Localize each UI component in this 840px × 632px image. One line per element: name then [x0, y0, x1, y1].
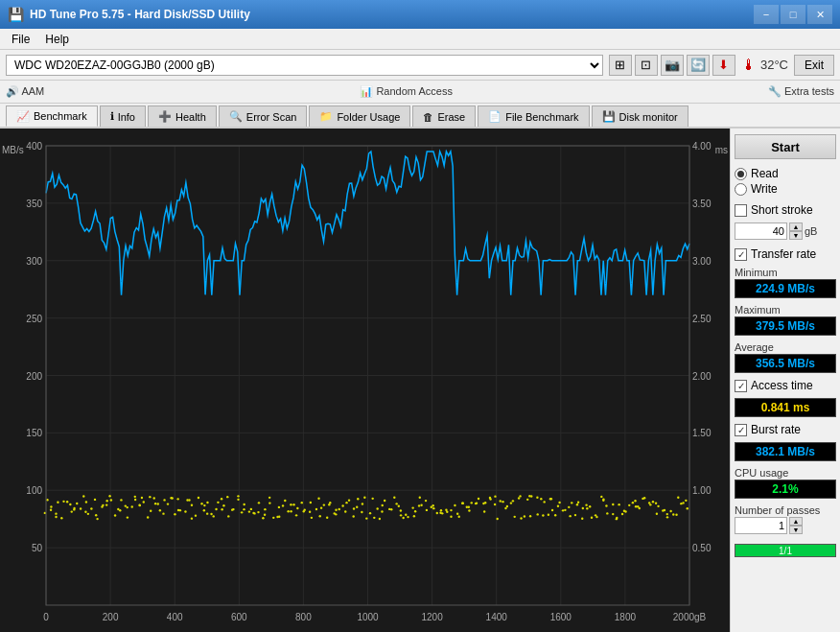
short-stroke-label: Short stroke	[751, 203, 813, 217]
maximum-section: Maximum 379.5 MB/s	[735, 304, 836, 336]
cpu-usage-section: CPU usage 2.1%	[735, 467, 836, 499]
file-benchmark-icon: 📄	[488, 110, 502, 123]
num-passes-up[interactable]: ▲	[789, 517, 803, 526]
burst-rate-section: 382.1 MB/s	[735, 442, 836, 461]
short-stroke-arrows: ▲ ▼	[789, 222, 803, 240]
read-radio-item[interactable]: Read	[735, 167, 836, 180]
tab-erase[interactable]: 🗑 Erase	[412, 105, 476, 127]
write-label: Write	[751, 182, 778, 196]
tab-error-scan[interactable]: 🔍 Error Scan	[219, 105, 308, 127]
error-scan-icon: 🔍	[229, 110, 243, 123]
title-icon: 💾	[8, 7, 24, 22]
transfer-rate-checkbox[interactable]: ✓	[735, 248, 747, 261]
exit-button[interactable]: Exit	[794, 55, 834, 76]
erase-icon: 🗑	[423, 111, 433, 123]
tab-health[interactable]: ➕ Health	[148, 105, 217, 127]
tab-aam[interactable]: 🔊 AAM	[6, 85, 44, 98]
toolbar-icons: ⊞ ⊡ 📷 🔄 ⬇	[609, 55, 735, 76]
tab-extra-tests[interactable]: 🔧 Extra tests	[768, 85, 834, 98]
drive-selector[interactable]: WDC WD20EZAZ-00GGJB0 (2000 gB)	[6, 55, 603, 76]
benchmark-canvas	[0, 129, 730, 632]
minimum-label: Minimum	[735, 267, 836, 278]
icon-btn-4[interactable]: 🔄	[687, 55, 710, 76]
burst-rate-checkbox-item[interactable]: ✓ Burst rate	[735, 423, 836, 436]
disk-monitor-icon: 💾	[602, 110, 616, 123]
tab-random-access[interactable]: 📊 Random Access	[360, 85, 453, 98]
tab-disk-monitor[interactable]: 💾 Disk monitor	[592, 105, 688, 127]
short-stroke-down[interactable]: ▼	[789, 231, 803, 240]
average-value: 356.5 MB/s	[735, 354, 836, 373]
icon-btn-5[interactable]: ⬇	[712, 55, 735, 76]
average-label: Average	[735, 341, 836, 353]
cpu-usage-value: 2.1%	[735, 480, 836, 499]
tab-info[interactable]: ℹ Info	[100, 105, 146, 127]
maximize-button[interactable]: □	[781, 5, 805, 24]
folder-icon: 📁	[319, 110, 333, 123]
num-passes-arrows: ▲ ▼	[789, 517, 803, 534]
window-controls: − □ ✕	[754, 5, 832, 24]
transfer-rate-checkbox-item[interactable]: ✓ Transfer rate	[735, 247, 836, 261]
window-title: HD Tune Pro 5.75 - Hard Disk/SSD Utility	[30, 8, 754, 21]
progress-container: 1/1	[735, 544, 836, 557]
short-stroke-up[interactable]: ▲	[789, 222, 803, 231]
short-stroke-unit: gB	[805, 225, 817, 237]
write-radio[interactable]	[735, 183, 747, 196]
cpu-usage-label: CPU usage	[735, 467, 836, 479]
right-panel: Start Read Write Short stroke ▲ ▼ gB	[730, 129, 840, 632]
minimize-button[interactable]: −	[754, 5, 779, 24]
info-icon: ℹ	[110, 110, 114, 123]
close-button[interactable]: ✕	[807, 5, 832, 24]
main-tab-row: 📈 Benchmark ℹ Info ➕ Health 🔍 Error Scan…	[0, 104, 840, 129]
read-write-group: Read Write	[735, 167, 836, 196]
tab-benchmark[interactable]: 📈 Benchmark	[6, 105, 98, 127]
benchmark-icon: 📈	[16, 110, 30, 123]
num-passes-spinbox-row: ▲ ▼	[735, 517, 836, 534]
icon-btn-2[interactable]: ⊡	[635, 55, 658, 76]
short-stroke-checkbox-item[interactable]: Short stroke	[735, 203, 836, 217]
progress-label: 1/1	[735, 545, 835, 556]
access-time-checkbox-item[interactable]: ✓ Access time	[735, 379, 836, 392]
start-button[interactable]: Start	[735, 134, 836, 159]
minimum-section: Minimum 224.9 MB/s	[735, 267, 836, 298]
drive-row: WDC WD20EZAZ-00GGJB0 (2000 gB) ⊞ ⊡ 📷 🔄 ⬇…	[0, 50, 840, 81]
num-passes-section: Number of passes ▲ ▼	[735, 504, 836, 538]
tab-file-benchmark[interactable]: 📄 File Benchmark	[478, 105, 589, 127]
icon-btn-3[interactable]: 📷	[661, 55, 684, 76]
access-time-label: Access time	[751, 379, 813, 392]
maximum-label: Maximum	[735, 304, 836, 316]
menu-bar: File Help	[0, 29, 840, 50]
menu-help[interactable]: Help	[37, 31, 77, 48]
menu-file[interactable]: File	[4, 31, 37, 48]
short-stroke-spinbox-row: ▲ ▼ gB	[735, 222, 836, 240]
read-label: Read	[751, 167, 779, 180]
main-content: Start Read Write Short stroke ▲ ▼ gB	[0, 129, 840, 632]
average-section: Average 356.5 MB/s	[735, 341, 836, 373]
health-icon: ➕	[158, 110, 172, 123]
short-stroke-input[interactable]	[735, 222, 787, 240]
minimum-value: 224.9 MB/s	[735, 279, 836, 298]
chart-area	[0, 129, 730, 632]
read-radio[interactable]	[735, 168, 747, 180]
temperature-value: 32°C	[760, 58, 788, 72]
icon-btn-1[interactable]: ⊞	[609, 55, 632, 76]
burst-rate-label: Burst rate	[751, 423, 801, 436]
burst-rate-value: 382.1 MB/s	[735, 442, 836, 461]
access-time-checkbox[interactable]: ✓	[735, 380, 747, 392]
burst-rate-checkbox[interactable]: ✓	[735, 424, 747, 436]
write-radio-item[interactable]: Write	[735, 182, 836, 196]
thermometer-icon: 🌡	[741, 57, 757, 74]
transfer-rate-label: Transfer rate	[751, 247, 816, 261]
title-bar: 💾 HD Tune Pro 5.75 - Hard Disk/SSD Utili…	[0, 0, 840, 29]
top-tab-row: 🔊 AAM 📊 Random Access 🔧 Extra tests	[0, 81, 840, 104]
access-time-value: 0.841 ms	[735, 398, 836, 417]
access-time-section: 0.841 ms	[735, 398, 836, 417]
num-passes-label: Number of passes	[735, 504, 836, 516]
maximum-value: 379.5 MB/s	[735, 316, 836, 336]
num-passes-input[interactable]	[735, 517, 787, 534]
tab-folder-usage[interactable]: 📁 Folder Usage	[309, 105, 410, 127]
temperature-display: 🌡 32°C	[741, 57, 788, 74]
short-stroke-checkbox[interactable]	[735, 204, 747, 217]
num-passes-down[interactable]: ▼	[789, 526, 803, 534]
